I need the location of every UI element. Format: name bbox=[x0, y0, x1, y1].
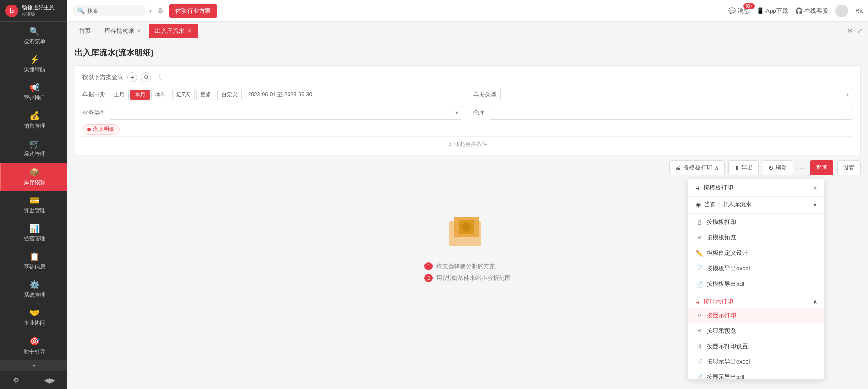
dp-template-label-2: 模板自定义设计 bbox=[707, 249, 748, 257]
dp-divider-2 bbox=[688, 293, 824, 293]
dp-display-icon-4: 📄 bbox=[696, 374, 703, 379]
topbar-gear-icon[interactable]: ⚙ bbox=[157, 6, 164, 15]
trial-button[interactable]: 体验行业方案 bbox=[169, 4, 217, 18]
message-btn[interactable]: 💬 消息 99+ bbox=[728, 7, 749, 15]
sidebar-item-11[interactable]: 🎯新手引导 bbox=[0, 332, 67, 360]
settings-button[interactable]: 设置 bbox=[837, 160, 861, 175]
refresh-button[interactable]: ↻ 刷新 bbox=[763, 160, 793, 175]
sidebar-item-9[interactable]: ⚙️系统管理 bbox=[0, 275, 67, 304]
sidebar-item-7[interactable]: 📊经营管理 bbox=[0, 219, 67, 247]
dp-template-icon-0: 🖨 bbox=[696, 219, 703, 226]
collapse-button[interactable]: ∧ 收起更多条件 bbox=[82, 136, 853, 148]
tab-close-2[interactable]: ✕ bbox=[187, 28, 192, 34]
sidebar-item-0[interactable]: 🔍搜索菜单 bbox=[0, 22, 67, 50]
step-1-num: 1 bbox=[424, 262, 433, 270]
settings-icon[interactable]: ⚙ bbox=[13, 376, 19, 384]
sidebar-item-6[interactable]: 💳资金管理 bbox=[0, 191, 67, 219]
sidebar-scroll-down[interactable]: ▾ bbox=[0, 360, 67, 371]
filter-add-button[interactable]: + bbox=[127, 72, 137, 82]
query-button[interactable]: 查询 bbox=[810, 160, 833, 175]
date-shortcut-4[interactable]: 更多 bbox=[196, 90, 215, 100]
warehouse-arrow-icon: ··· bbox=[844, 110, 849, 116]
date-range-text: 2023-06-01 至 2023-06-30 bbox=[248, 91, 312, 99]
sidebar-item-2[interactable]: 📢营销推广 bbox=[0, 78, 67, 106]
dp-scrollable: ◉ 当前：出入库流水 ▾ 🖨按模板打印👁按模板预览✏️模板自定义设计📄按模板导出… bbox=[688, 197, 824, 379]
dp-display-icon-2: ⚙ bbox=[696, 343, 703, 350]
dp-template-icon-1: 👁 bbox=[696, 234, 703, 241]
empty-step-1: 1 请先选择要分析的方案 bbox=[424, 262, 510, 270]
logo-icon: b bbox=[5, 5, 18, 17]
print-dropdown-panel: 🖨 按模板打印 ∧ ◉ 当前：出入库流水 ▾ 🖨按模板打印👁 bbox=[688, 179, 824, 379]
sidebar-item-3[interactable]: 💰销售管理 bbox=[0, 106, 67, 135]
biz-type-select[interactable]: ▾ bbox=[110, 106, 462, 120]
search-box[interactable]: 🔍 bbox=[73, 5, 145, 16]
warehouse-field: 仓库 ··· bbox=[473, 106, 853, 120]
username-label[interactable]: Rit bbox=[855, 7, 863, 14]
dp-display-icon-0: 🖨 bbox=[696, 312, 703, 319]
collapse-icon[interactable]: ◀▶ bbox=[44, 376, 55, 384]
date-shortcut-2[interactable]: 本年 bbox=[151, 90, 170, 100]
sidebar-item-5[interactable]: 📦库存核算 bbox=[0, 163, 67, 191]
sidebar-item-4[interactable]: 🛒采购管理 bbox=[0, 135, 67, 163]
sidebar-icon-1: ⚡ bbox=[30, 55, 40, 65]
tab-label-0: 首页 bbox=[79, 27, 91, 35]
dp-display-item-0[interactable]: 🖨按显示打印 bbox=[688, 308, 824, 323]
warehouse-label: 仓库 bbox=[473, 109, 485, 117]
close-window-icon[interactable]: ✕ bbox=[847, 26, 853, 35]
sidebar-item-10[interactable]: 🤝企业协同 bbox=[0, 304, 67, 332]
dp-up-icon[interactable]: ∧ bbox=[813, 185, 818, 191]
date-shortcut-3[interactable]: 近7天 bbox=[172, 90, 195, 100]
dp-template-item-1[interactable]: 👁按模板预览 bbox=[688, 230, 824, 245]
dp-display-item-2[interactable]: ⚙按显示打印设置 bbox=[688, 339, 824, 354]
dp-template-item-0[interactable]: 🖨按模板打印 bbox=[688, 214, 824, 230]
page-title: 出入库流水(流水明细) bbox=[75, 47, 861, 58]
app-download-btn[interactable]: 📱 App下载 bbox=[757, 7, 788, 15]
sidebar-icon-4: 🛒 bbox=[30, 139, 40, 149]
dp-display-item-1[interactable]: 👁按显示预览 bbox=[688, 323, 824, 339]
filter-tag-item[interactable]: 流水明细 bbox=[82, 124, 120, 135]
dp-template-item-3[interactable]: 📄按模板导出excel bbox=[688, 261, 824, 276]
maximize-icon[interactable]: ⤢ bbox=[857, 26, 863, 35]
filter-area: 按以下方案查询 + ⚙ 《 单据日期 上月本月本年近7天更多自定义 2023-0… bbox=[75, 65, 861, 155]
export-button[interactable]: ⬆ 导出 bbox=[728, 160, 759, 175]
filter-gear-button[interactable]: ⚙ bbox=[141, 72, 151, 82]
user-avatar[interactable] bbox=[835, 5, 848, 17]
dp-template-item-2[interactable]: ✏️模板自定义设计 bbox=[688, 245, 824, 261]
tab-2[interactable]: 出入库流水✕ bbox=[149, 24, 198, 38]
print-template-button[interactable]: 🖨 按模板打印 ∧ bbox=[669, 160, 725, 175]
sidebar-label-8: 基础信息 bbox=[24, 263, 45, 271]
sidebar-item-8[interactable]: 📋基础信息 bbox=[0, 247, 67, 275]
sidebar-label-0: 搜索菜单 bbox=[24, 38, 45, 45]
more-options-icon[interactable]: ··· bbox=[797, 163, 806, 173]
filter-collapse-icon[interactable]: 《 bbox=[155, 73, 162, 82]
date-shortcut-0[interactable]: 上月 bbox=[110, 90, 129, 100]
sidebar-icon-3: 💰 bbox=[30, 111, 40, 121]
dp-divider-1 bbox=[688, 213, 824, 214]
sidebar-icon-8: 📋 bbox=[30, 252, 40, 262]
warehouse-select[interactable]: ··· bbox=[489, 106, 853, 120]
dp-template-item-4[interactable]: 📄按模板导出pdf bbox=[688, 276, 824, 292]
dp-display-item-3[interactable]: 📄按显示导出excel bbox=[688, 354, 824, 369]
online-service-btn[interactable]: 🎧 在线客服 bbox=[795, 7, 828, 15]
tab-0[interactable]: 首页 bbox=[73, 24, 97, 38]
tab-1[interactable]: 库存批次账✕ bbox=[98, 24, 148, 38]
tab-close-1[interactable]: ✕ bbox=[137, 28, 141, 34]
topbar-chevron-icon[interactable]: ▾ bbox=[149, 8, 152, 14]
sidebar-label-9: 系统管理 bbox=[24, 291, 45, 299]
sidebar-label-2: 营销推广 bbox=[24, 94, 45, 102]
dp-current-label[interactable]: ◉ 当前：出入库流水 ▾ bbox=[688, 197, 824, 212]
sidebar-nav: 🔍搜索菜单⚡快捷导航📢营销推广💰销售管理🛒采购管理📦库存核算💳资金管理📊经营管理… bbox=[0, 22, 67, 360]
sidebar-label-1: 快捷导航 bbox=[24, 66, 45, 74]
tabs-bar: 首页库存批次账✕出入库流水✕ ✕ ⤢ bbox=[67, 22, 868, 40]
search-input[interactable] bbox=[87, 8, 137, 14]
sidebar-item-1[interactable]: ⚡快捷导航 bbox=[0, 50, 67, 78]
main-area: 🔍 ▾ ⚙ 体验行业方案 💬 消息 99+ 📱 App下载 🎧 在线客服 bbox=[67, 0, 868, 389]
dp-display-label-1: 按显示预览 bbox=[707, 327, 736, 335]
doc-type-select[interactable]: ▾ bbox=[500, 88, 853, 101]
sidebar-label-6: 资金管理 bbox=[24, 207, 45, 214]
date-shortcut-5[interactable]: 自定义 bbox=[217, 90, 242, 100]
sidebar-icon-6: 💳 bbox=[30, 195, 40, 205]
date-shortcut-1[interactable]: 本月 bbox=[130, 90, 150, 100]
dp-display-item-4[interactable]: 📄按显示导出pdf bbox=[688, 369, 824, 379]
dp-header: 🖨 按模板打印 ∧ bbox=[688, 179, 824, 197]
